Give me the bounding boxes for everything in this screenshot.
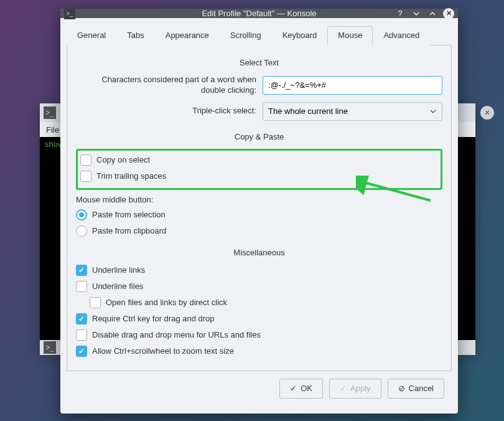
close-button[interactable]: ✕	[443, 8, 454, 19]
chars-label: Characters considered part of a word whe…	[76, 75, 263, 96]
require-ctrl-label: Require Ctrl key for drag and drop	[92, 314, 215, 323]
dialog-titlebar: >_ Edit Profile "Default" — Konsole ? ✕	[60, 9, 458, 18]
underline-links-label: Underline links	[92, 265, 145, 275]
terminal-app-icon: >_	[44, 106, 56, 119]
paste-clipboard-label: Paste from clipboard	[92, 226, 166, 235]
paste-clipboard-radio[interactable]	[76, 225, 87, 237]
allow-zoom-checkbox[interactable]	[76, 346, 87, 357]
app-icon: >_	[64, 8, 75, 19]
copy-on-select-checkbox[interactable]	[80, 154, 91, 166]
help-button[interactable]: ?	[394, 8, 406, 19]
mouse-panel: Select Text Characters considered part o…	[67, 45, 452, 371]
paste-selection-radio[interactable]	[76, 209, 87, 220]
check-icon: ✓	[340, 384, 347, 393]
minimize-button[interactable]	[411, 8, 422, 19]
underline-files-label: Underline files	[92, 281, 143, 291]
dialog-title: Edit Profile "Default" — Konsole	[202, 9, 316, 18]
maximize-button[interactable]	[427, 8, 438, 19]
open-direct-checkbox[interactable]	[90, 297, 101, 308]
copy-on-select-label: Copy on select	[96, 155, 150, 164]
ok-button[interactable]: ✓OK	[279, 379, 323, 399]
tab-general[interactable]: General	[67, 26, 116, 45]
tab-advanced[interactable]: Advanced	[373, 26, 430, 45]
section-copy-paste: Copy & Paste	[76, 132, 442, 141]
tab-appearance[interactable]: Appearance	[155, 26, 220, 45]
terminal-tab-icon: >_	[44, 341, 56, 354]
section-select-text: Select Text	[76, 58, 442, 67]
chars-input[interactable]	[263, 76, 442, 95]
apply-button[interactable]: ✓Apply	[329, 379, 381, 399]
allow-zoom-label: Allow Ctrl+scrollwheel to zoom text size	[92, 346, 234, 356]
tab-tabs[interactable]: Tabs	[116, 26, 154, 45]
paste-selection-label: Paste from selection	[92, 210, 166, 219]
section-misc: Miscellaneous	[76, 248, 442, 257]
dialog-buttons: ✓OK ✓Apply ⊘Cancel	[67, 371, 452, 407]
tab-mouse[interactable]: Mouse	[327, 26, 373, 45]
open-direct-label: Open files and links by direct click	[106, 298, 227, 307]
close-icon[interactable]: ✕	[480, 106, 494, 120]
trim-trailing-checkbox[interactable]	[80, 171, 91, 182]
triple-click-select[interactable]: The whole current line	[263, 102, 442, 121]
edit-profile-dialog: >_ Edit Profile "Default" — Konsole ? ✕ …	[60, 9, 458, 414]
underline-files-checkbox[interactable]	[76, 281, 87, 292]
tab-bar: General Tabs Appearance Scrolling Keyboa…	[67, 26, 452, 45]
disable-dnd-checkbox[interactable]	[76, 329, 87, 341]
check-icon: ✓	[290, 384, 297, 393]
annotation-highlight: Copy on select Trim trailing spaces	[76, 149, 442, 190]
triple-click-label: Triple-click select:	[76, 106, 263, 116]
trim-trailing-label: Trim trailing spaces	[96, 171, 166, 181]
require-ctrl-checkbox[interactable]	[76, 313, 87, 324]
middle-button-label: Mouse middle button:	[76, 195, 442, 204]
tab-scrolling[interactable]: Scrolling	[220, 26, 272, 45]
cancel-icon: ⊘	[398, 384, 405, 393]
tab-keyboard[interactable]: Keyboard	[272, 26, 328, 45]
disable-dnd-label: Disable drag and drop menu for URLs and …	[92, 330, 261, 339]
cancel-button[interactable]: ⊘Cancel	[388, 379, 444, 399]
underline-links-checkbox[interactable]	[76, 265, 87, 276]
